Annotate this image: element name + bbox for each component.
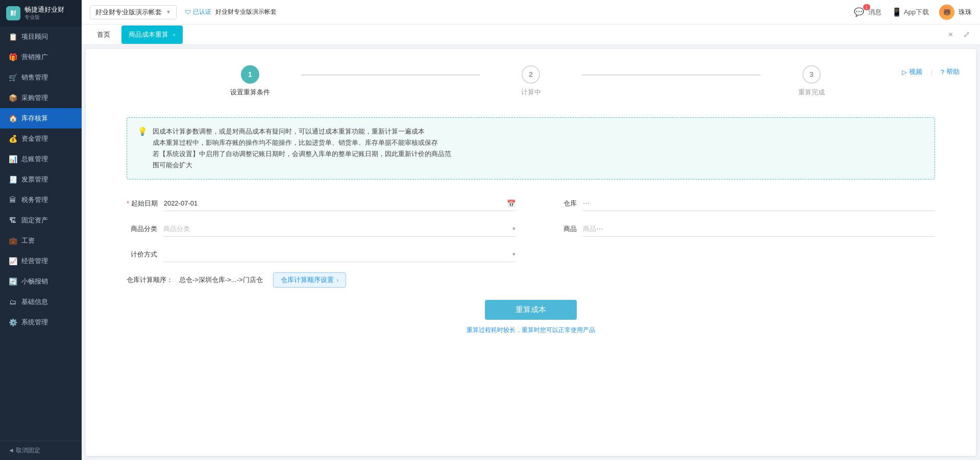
info-box: 💡 因成本计算参数调整，或是对商品成本有疑问时，可以通过成本重算功能，重新计算一… (127, 117, 935, 180)
form-section: 起始日期 📅 仓库 ··· 商品分类 (86, 192, 976, 357)
tab-home-label: 首页 (97, 30, 110, 39)
message-icon: 💬 (854, 8, 864, 16)
tab-cost-recalc[interactable]: 商品成本重算 × (121, 25, 183, 44)
step-3-number: 3 (810, 70, 814, 79)
step-2-label: 计算中 (521, 88, 541, 97)
sidebar-item-project[interactable]: 📋 项目顾问 (0, 27, 82, 47)
more-icon[interactable]: ··· (596, 224, 603, 234)
calendar-icon[interactable]: 📅 (507, 199, 516, 208)
sidebar-item-operations[interactable]: 📈 经营管理 (0, 251, 82, 271)
sidebar-item-inventory[interactable]: 🏠 库存核算 (0, 108, 82, 129)
sidebar-item-label: 采购管理 (21, 93, 48, 103)
sidebar-item-label: 基础信息 (21, 297, 48, 306)
steps-section: 1 设置重算条件 2 计算中 3 (86, 49, 976, 107)
project-icon: 📋 (8, 32, 17, 41)
expand-button[interactable]: ⤢ (961, 28, 972, 41)
recalculate-hint: 重算过程耗时较长，重算时您可以正常使用产品 (127, 326, 935, 335)
pricing-field: 计价方式 ▾ (127, 247, 516, 262)
goods-placeholder: 商品 (583, 224, 596, 234)
collapse-label: ◄ 取消固定 (8, 446, 40, 455)
sidebar-item-expense[interactable]: 🔄 小畅报销 (0, 271, 82, 292)
chevron-down-icon: ▾ (512, 251, 516, 258)
start-date-input[interactable]: 📅 (164, 196, 516, 211)
app-download-button[interactable]: 📱 App下载 (892, 7, 929, 17)
help-label: 帮助 (946, 67, 960, 76)
sidebar-nav: 📋 项目顾问 🎁 营销推广 🛒 销售管理 📦 采购管理 🏠 库存核算 💰 资金管… (0, 27, 82, 441)
sidebar-item-payroll[interactable]: 💼 工资 (0, 231, 82, 251)
notification-count: 1 (863, 4, 870, 10)
pricing-select[interactable]: ▾ (163, 247, 516, 262)
step-2: 2 计算中 (480, 65, 582, 97)
topbar-right: 💬 1 消息 📱 App下载 🐻 珠珠 (854, 5, 972, 20)
assets-icon: 🏗 (8, 216, 17, 225)
sidebar-item-label: 项目顾问 (21, 32, 48, 41)
tab-cost-label: 商品成本重算 (129, 30, 168, 39)
marketing-icon: 🎁 (8, 53, 17, 62)
sidebar-item-assets[interactable]: 🏗 固定资产 (0, 210, 82, 231)
sidebar-item-label: 小畅报销 (21, 277, 48, 286)
message-button[interactable]: 💬 1 消息 (854, 7, 881, 17)
warehouse-order-value: 总仓->深圳仓库->...->门店仓 (179, 275, 263, 285)
video-link[interactable]: ▷ 视频 (902, 67, 922, 76)
recalculate-button[interactable]: 重算成本 (485, 300, 577, 320)
sidebar-item-label: 库存核算 (21, 114, 48, 123)
sidebar-item-system[interactable]: ⚙️ 系统管理 (0, 312, 82, 333)
purchase-icon: 📦 (8, 93, 17, 103)
sidebar-item-label: 固定资产 (21, 216, 48, 225)
category-label: 商品分类 (127, 224, 157, 234)
base-icon: 🗂 (8, 297, 17, 306)
close-button[interactable]: × (946, 28, 955, 41)
company-name: 好业财专业版演示帐套 (215, 8, 277, 16)
divider: | (930, 68, 932, 76)
shield-icon: 🛡 (185, 9, 191, 16)
operations-icon: 📈 (8, 257, 17, 266)
sidebar-item-label: 资金管理 (21, 134, 48, 143)
sidebar-item-base[interactable]: 🗂 基础信息 (0, 292, 82, 312)
step-2-number: 2 (529, 70, 533, 79)
main-content: 好业财专业版演示帐套 ▼ 🛡 已认证 好业财专业版演示帐套 💬 1 消息 📱 A… (82, 0, 980, 460)
account-selector[interactable]: 好业财专业版演示帐套 ▼ (90, 5, 177, 19)
category-field: 商品分类 商品分类 ▾ (127, 221, 516, 237)
sidebar-item-finance[interactable]: 💰 资金管理 (0, 129, 82, 149)
sidebar-logo: 财 畅捷通好业财 专业版 (0, 0, 82, 27)
sidebar-item-label: 系统管理 (21, 318, 48, 327)
sidebar-item-purchase[interactable]: 📦 采购管理 (0, 88, 82, 108)
video-label: 视频 (909, 67, 922, 76)
sidebar-item-marketing[interactable]: 🎁 营销推广 (0, 47, 82, 67)
sidebar-collapse[interactable]: ◄ 取消固定 (0, 441, 82, 460)
step-1-circle: 1 (241, 65, 259, 84)
info-text: 因成本计算参数调整，或是对商品成本有疑问时，可以通过成本重算功能，重新计算一遍成… (153, 126, 451, 171)
help-link[interactable]: ? 帮助 (941, 67, 960, 76)
warehouse-input[interactable]: ··· (583, 196, 935, 211)
sidebar-item-sales[interactable]: 🛒 销售管理 (0, 67, 82, 88)
step-1: 1 设置重算条件 (199, 65, 301, 97)
help-links: ▷ 视频 | ? 帮助 (902, 67, 960, 76)
sidebar: 财 畅捷通好业财 专业版 📋 项目顾问 🎁 营销推广 🛒 销售管理 📦 采购管理… (0, 0, 82, 460)
start-date-value[interactable] (164, 199, 503, 207)
tab-close-icon[interactable]: × (173, 32, 176, 38)
accounting-icon: 📊 (8, 155, 17, 164)
page-container: 1 设置重算条件 2 计算中 3 (86, 49, 976, 456)
step-3-circle: 3 (802, 65, 821, 84)
sidebar-item-accounting[interactable]: 📊 总账管理 (0, 149, 82, 169)
more-icon[interactable]: ··· (583, 199, 590, 208)
form-row-3: 计价方式 ▾ (127, 247, 935, 262)
play-icon: ▷ (902, 68, 907, 76)
sidebar-item-label: 发票管理 (21, 175, 48, 184)
tabs-bar: 首页 商品成本重算 × × ⤢ (82, 24, 980, 45)
step-line-2 (582, 74, 761, 75)
sidebar-item-tax[interactable]: 🏛 税务管理 (0, 190, 82, 210)
logo-icon: 财 (6, 6, 20, 20)
step-1-number: 1 (248, 70, 252, 79)
warehouse-order-btn[interactable]: 仓库计算顺序设置 › (273, 272, 347, 288)
category-select[interactable]: 商品分类 ▾ (163, 221, 516, 237)
user-profile[interactable]: 🐻 珠珠 (939, 5, 972, 20)
verified-badge: 🛡 已认证 (185, 8, 211, 16)
sidebar-item-invoice[interactable]: 🧾 发票管理 (0, 169, 82, 190)
sidebar-item-label: 总账管理 (21, 155, 48, 164)
tab-home[interactable]: 首页 (90, 25, 117, 44)
goods-label: 商品 (546, 224, 577, 234)
category-placeholder: 商品分类 (163, 224, 512, 234)
goods-input[interactable]: 商品 ··· (583, 221, 935, 237)
chevron-right-icon: › (337, 277, 339, 283)
